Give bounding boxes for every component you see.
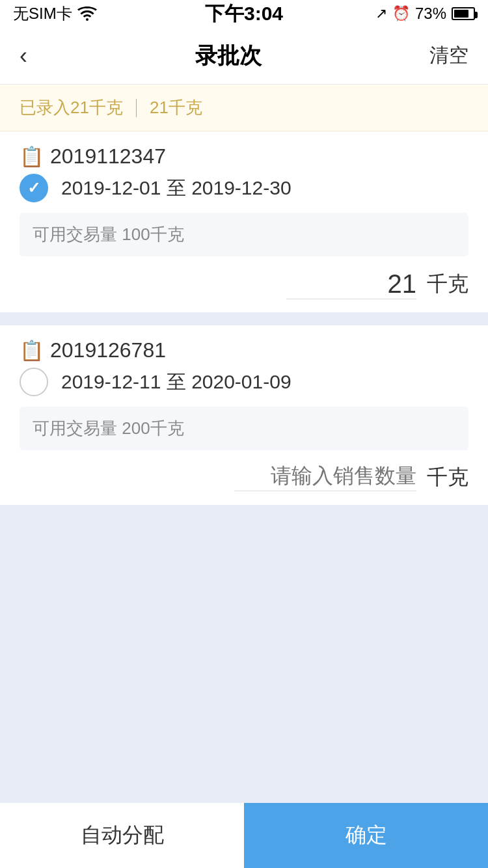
status-time: 下午3:04 [205, 1, 283, 27]
doc-icon-1: 📋 [20, 145, 44, 168]
qty-unit-1: 千克 [427, 270, 468, 299]
input-row-2: 千克 [0, 450, 488, 505]
batch-item-1: 📋 2019112347 2019-12-01 至 2019-12-30 可用交… [0, 131, 488, 312]
empty-area [0, 518, 488, 804]
clear-button[interactable]: 清空 [429, 42, 468, 69]
recorded-value: 21千克 [150, 96, 202, 119]
battery-text: 73% [415, 5, 446, 23]
batch-id-1: 2019112347 [50, 144, 166, 169]
page-title: 录批次 [195, 41, 262, 71]
carrier-text: 无SIM卡 [13, 3, 72, 24]
batch-check-row-2[interactable]: 2019-12-11 至 2020-01-09 [20, 368, 468, 396]
auto-distribute-button[interactable]: 自动分配 [0, 803, 244, 868]
check-circle-2[interactable] [20, 368, 48, 396]
qty-input-2[interactable] [234, 464, 416, 491]
batch-item-2: 📋 2019126781 2019-12-11 至 2020-01-09 可用交… [0, 325, 488, 505]
status-right: ↗ ⏰ 73% [375, 5, 475, 23]
qty-input-wrapper-1 [286, 269, 416, 299]
battery-icon [452, 7, 475, 20]
batch-item-1-header: 📋 2019112347 2019-12-01 至 2019-12-30 可用交… [0, 131, 488, 256]
nav-bar: ‹ 录批次 清空 [0, 27, 488, 85]
recorded-label: 已录入21千克 [20, 96, 123, 119]
input-unit-2: 千克 [427, 463, 468, 492]
batch-avail-text-2: 可用交易量 200千克 [33, 418, 184, 438]
info-divider [136, 99, 137, 117]
batch-id-2: 2019126781 [50, 338, 166, 362]
qty-row-1: 千克 [0, 256, 488, 312]
batch-date-1: 2019-12-01 至 2019-12-30 [61, 175, 291, 202]
batch-avail-2: 可用交易量 200千克 [20, 407, 468, 450]
wifi-icon [77, 7, 97, 21]
info-banner: 已录入21千克 21千克 [0, 85, 488, 131]
doc-icon-2: 📋 [20, 339, 44, 362]
bottom-bar: 自动分配 确定 [0, 803, 488, 868]
location-icon: ↗ [375, 5, 387, 22]
confirm-button[interactable]: 确定 [244, 803, 488, 868]
batch-check-row-1[interactable]: 2019-12-01 至 2019-12-30 [20, 174, 468, 202]
status-bar: 无SIM卡 下午3:04 ↗ ⏰ 73% [0, 0, 488, 27]
section-divider-2 [0, 505, 488, 518]
batch-avail-1: 可用交易量 100千克 [20, 213, 468, 256]
status-left: 无SIM卡 [13, 3, 97, 24]
batch-item-2-header: 📋 2019126781 2019-12-11 至 2020-01-09 可用交… [0, 325, 488, 450]
check-circle-1[interactable] [20, 174, 48, 202]
section-divider-1 [0, 312, 488, 325]
back-button[interactable]: ‹ [20, 42, 27, 70]
batch-id-row-2: 📋 2019126781 [20, 338, 468, 362]
batch-id-row-1: 📋 2019112347 [20, 144, 468, 169]
alarm-icon: ⏰ [392, 5, 410, 22]
batch-date-2: 2019-12-11 至 2020-01-09 [61, 369, 291, 396]
batch-avail-text-1: 可用交易量 100千克 [33, 224, 184, 244]
qty-input-1[interactable] [286, 269, 416, 299]
